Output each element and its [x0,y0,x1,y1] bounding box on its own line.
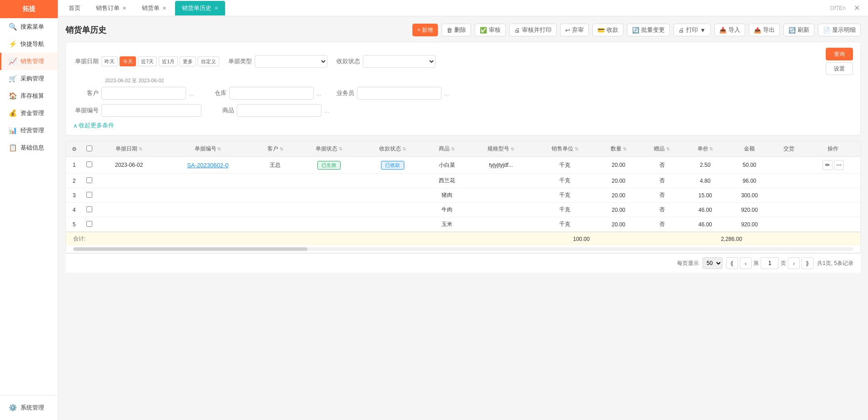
salesperson-input[interactable] [357,87,442,100]
page-first-button[interactable]: ⟪ [726,257,738,269]
doc-number-link[interactable]: SA-20230602-0 [187,162,228,169]
tab-sales-goods[interactable]: 销货单 ✕ [135,1,173,15]
warehouse-input[interactable] [229,87,314,100]
table-row: 5 玉米 千克 20.00 否 46.00 920.00 [66,217,860,232]
goods-input[interactable] [237,104,321,117]
cell-ops [806,188,860,203]
cell-checkbox[interactable] [82,203,96,217]
sidebar-item-quick-nav[interactable]: ⚡ 快捷导航 [0,35,58,53]
abandon-button[interactable]: ↩ 弃审 [560,24,589,36]
row-checkbox[interactable] [86,161,92,167]
tab-sales-order[interactable]: 销售订单 ✕ [89,1,133,15]
tab-home[interactable]: 首页 [62,1,87,15]
row-checkbox[interactable] [86,177,92,183]
more-ops-button[interactable]: ⋯ [834,160,844,170]
sidebar-item-inventory[interactable]: 🏠 库存核算 [0,87,58,105]
print-button[interactable]: 🖨 打印 ▼ [673,24,711,36]
audit-icon: ✅ [480,27,487,34]
sidebar-item-operations[interactable]: 📊 经营管理 [0,122,58,139]
row-checkbox[interactable] [86,221,92,227]
date-btn-1month[interactable]: 近1月 [159,56,178,66]
goods-more-icon[interactable]: ... [324,107,329,114]
search-row-2: 客户 ... 仓库 ... 业务员 ... [73,87,853,100]
col-doc-number[interactable]: 单据编号 [162,141,253,157]
refresh-button[interactable]: 🔃 刷新 [783,24,814,36]
content-area: 销货单历史 + 新增 🗑 删除 ✅ 审核 🖨 审核并打印 ↩ 弃审 [58,16,868,420]
sidebar-item-purchase-mgmt[interactable]: 🛒 采购管理 [0,70,58,87]
tab-sales-history-close[interactable]: ✕ [214,5,218,11]
select-all-checkbox[interactable] [86,145,92,151]
cell-doc-date: 2023-06-02 [96,157,162,174]
sidebar-item-finance[interactable]: 💰 资金管理 [0,105,58,122]
col-checkbox[interactable] [82,141,96,157]
customer-more-icon[interactable]: ... [189,90,194,97]
col-settings[interactable]: ⚙ [66,141,82,157]
col-payment-status[interactable]: 收款状态 [361,141,424,157]
scrollbar-thumb[interactable] [73,247,307,251]
cell-doc-number[interactable]: SA-20230602-0 [162,157,253,174]
sidebar-item-basic-info[interactable]: 📋 基础信息 [0,139,58,156]
col-unit-price[interactable]: 单价 [683,141,727,157]
batch-change-button[interactable]: 🔄 批量变更 [627,24,670,36]
tab-sales-order-close[interactable]: ✕ [122,5,126,11]
tab-sales-goods-close[interactable]: ✕ [162,5,166,11]
date-btn-yesterday[interactable]: 昨天 [101,56,118,66]
tab-sales-history[interactable]: 销货单历史 ✕ [175,1,225,15]
main-area: 首页 销售订单 ✕ 销货单 ✕ 销货单历史 ✕ OfTEn ✕ 销货单历史 + … [58,0,868,420]
col-customer[interactable]: 客户 [254,141,297,157]
new-button[interactable]: + 新增 [412,24,438,36]
cell-checkbox[interactable] [82,188,96,203]
sidebar-item-label: 库存核算 [20,92,44,100]
col-doc-status[interactable]: 单据状态 [297,141,361,157]
page-last-button[interactable]: ⟫ [802,257,813,269]
import-button[interactable]: 📥 导入 [714,24,745,36]
col-gift[interactable]: 赠品 [640,141,683,157]
sidebar-item-sales-mgmt[interactable]: 📈 销售管理 [0,53,58,70]
col-unit[interactable]: 销售单位 [533,141,597,157]
col-qty[interactable]: 数量 [597,141,640,157]
collect-button[interactable]: 💳 收款 [592,24,623,36]
salesperson-more-icon[interactable]: ... [444,90,449,97]
row-checkbox[interactable] [86,192,92,198]
date-btn-7days[interactable]: 近7天 [138,56,157,66]
export-button[interactable]: 📤 导出 [749,24,780,36]
col-spec[interactable]: 规格型号 [469,141,533,157]
page-nav: ⟪ ‹ 第 页 › ⟫ [726,257,813,269]
footer-total-qty: 100.00 [557,236,607,242]
customer-input[interactable] [101,87,186,100]
audit-button[interactable]: ✅ 审核 [475,24,506,36]
date-btn-today[interactable]: 今天 [120,56,136,66]
delete-button[interactable]: 🗑 删除 [442,24,471,36]
page-prev-button[interactable]: ‹ [740,257,752,269]
col-goods[interactable]: 商品 [425,141,469,157]
cell-spec [469,174,533,188]
date-btn-custom[interactable]: 自定义 [198,56,219,66]
payment-status-select[interactable] [363,55,436,68]
show-detail-button[interactable]: 📄 显示明细 [818,24,861,36]
row-checkbox[interactable] [86,206,92,212]
collapse-button[interactable]: ∧ 收起更多条件 [73,121,853,130]
warehouse-more-icon[interactable]: ... [316,90,321,97]
cell-checkbox[interactable] [82,174,96,188]
per-page-select[interactable]: 50 [702,257,722,269]
payment-status-field: 收款状态 [335,55,436,68]
cell-checkbox[interactable] [82,157,96,174]
doc-number-input[interactable] [101,104,201,117]
edit-button[interactable]: ✏ [823,160,833,170]
sidebar-item-system-mgmt[interactable]: ⚙️ 系统管理 [0,399,58,416]
doc-type-select[interactable] [255,55,327,68]
settings-button[interactable]: 设置 [826,62,853,75]
date-btn-more[interactable]: 更多 [180,56,196,66]
sidebar-item-search-menu[interactable]: 🔍 搜索菜单 [0,18,58,35]
window-close-button[interactable]: ✕ [849,2,864,15]
footer-cells: 100.00 2,286.00 [106,236,857,242]
sidebar-item-label: 系统管理 [20,404,44,412]
page-input[interactable] [761,257,779,269]
cell-checkbox[interactable] [82,217,96,232]
col-doc-date[interactable]: 单据日期 [96,141,162,157]
page-next-button[interactable]: › [788,257,800,269]
horizontal-scrollbar[interactable] [73,247,853,251]
query-button[interactable]: 查询 [826,48,853,60]
table-row: 4 牛肉 千克 20.00 否 46.00 920.00 [66,203,860,217]
audit-print-button[interactable]: 🖨 审核并打印 [509,24,557,36]
